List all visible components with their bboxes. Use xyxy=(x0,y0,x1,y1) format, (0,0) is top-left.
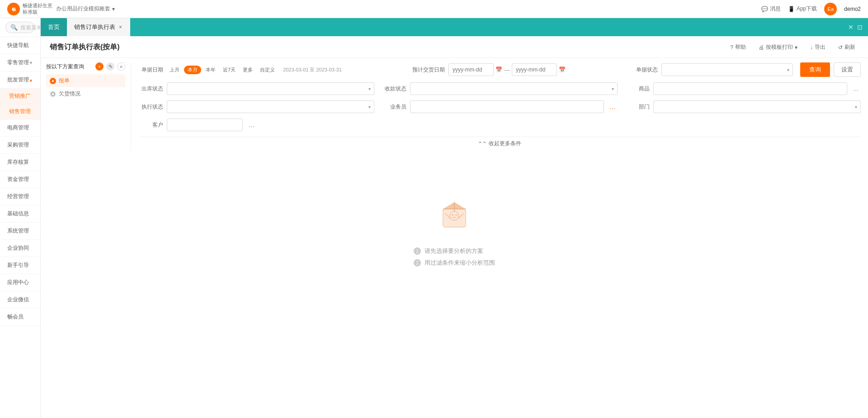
collapse-panel-button[interactable]: « xyxy=(117,62,125,71)
svg-text:畅: 畅 xyxy=(12,7,16,12)
out-status-select-wrap: ▾ xyxy=(167,82,374,95)
receipt-status-select-wrap: ▾ xyxy=(410,82,618,95)
exec-status-label: 执行状态 xyxy=(138,103,163,111)
doc-date-label: 单据日期 xyxy=(138,66,163,74)
sidebar-item-finance[interactable]: 资金管理 xyxy=(0,171,40,188)
filter-row-3: 执行状态 ▾ 业务员 xyxy=(138,100,861,113)
app-download-button[interactable]: 📱 App下载 xyxy=(788,5,817,13)
filter-dept: 部门 ▾ xyxy=(625,100,861,113)
doc-status-select[interactable] xyxy=(661,63,793,76)
tab-close-icon[interactable]: × xyxy=(118,23,123,31)
dept-select-wrap: ▾ xyxy=(653,100,861,113)
dept-select[interactable] xyxy=(653,100,861,113)
date-tab-this-year[interactable]: 本年 xyxy=(203,66,218,74)
date-tab-custom[interactable]: 自定义 xyxy=(257,66,278,74)
user-name[interactable]: demo2 xyxy=(844,6,861,12)
plan-icon-gray xyxy=(50,91,56,97)
sidebar-item-wechat[interactable]: 企业微信 xyxy=(0,291,40,309)
search-input[interactable] xyxy=(20,24,41,31)
svg-point-8 xyxy=(452,214,453,216)
empty-tip-2: 2 用过滤条件来缩小分析范围 xyxy=(414,259,495,267)
add-plan-button[interactable]: + xyxy=(95,62,104,71)
date-tab-last-month[interactable]: 上月 xyxy=(167,66,182,74)
filter-out-status: 出库状态 ▾ xyxy=(138,82,374,95)
sidebar-item-quick-nav[interactable]: 快捷导航 xyxy=(0,37,40,54)
breadcrumb[interactable]: 办公用品行业模拟账套 ▾ xyxy=(56,5,115,13)
edit-plan-button[interactable]: ✎ xyxy=(106,62,114,71)
date-tab-more[interactable]: 更多 xyxy=(240,66,255,74)
exec-status-select[interactable] xyxy=(167,100,374,113)
expected-date-end[interactable] xyxy=(512,63,557,76)
refresh-button[interactable]: ↺ 刷新 xyxy=(835,42,859,53)
logo-area: 畅 畅捷通好生意 标准版 xyxy=(7,3,52,15)
search-wrap[interactable]: 🔍 xyxy=(5,22,35,33)
customer-more-icon[interactable]: … xyxy=(246,121,256,128)
sidebar-item-collab[interactable]: 企业协同 xyxy=(0,240,40,257)
filter-area: 按以下方案查询 + ✎ « xyxy=(41,58,868,155)
sidebar-item-ecommerce[interactable]: 电商管理 xyxy=(0,119,40,137)
svg-point-9 xyxy=(456,214,457,216)
svg-point-2 xyxy=(51,92,55,96)
sidebar-item-inventory[interactable]: 库存核算 xyxy=(0,154,40,171)
out-status-select[interactable] xyxy=(167,82,374,95)
tab-sales-order[interactable]: 销售订单执行表 × xyxy=(67,18,130,36)
filter-product: 商品 … xyxy=(625,82,861,95)
out-status-label: 出库状态 xyxy=(138,85,163,93)
top-header: 畅 畅捷通好生意 标准版 办公用品行业模拟账套 ▾ 💬 消息 📱 App下载 E… xyxy=(0,0,868,18)
doc-date-range: 2023-03-01 至 2023-03-31 xyxy=(283,66,342,73)
sidebar: 🔍 快捷导航 零售管理 批发管理 营销推广 销售管理 电商管理 采购管理 xyxy=(0,18,41,418)
sidebar-item-sales-mgmt[interactable]: 销售管理 xyxy=(0,104,40,119)
customer-input[interactable] xyxy=(167,119,243,131)
export-button[interactable]: ↓ 导出 xyxy=(807,42,829,53)
print-button[interactable]: 🖨 按模板打印 ▾ xyxy=(755,42,801,53)
salesperson-more-icon[interactable]: … xyxy=(608,103,618,110)
tab-home[interactable]: 首页 xyxy=(41,18,67,36)
sidebar-item-system[interactable]: 系统管理 xyxy=(0,223,40,240)
product-input[interactable] xyxy=(653,82,847,95)
date-tab-7days[interactable]: 近7天 xyxy=(220,66,238,74)
help-button[interactable]: ? 帮助 xyxy=(726,42,750,53)
calendar-end-icon[interactable]: 📅 xyxy=(559,66,566,73)
collapse-icon: ⌃⌃ xyxy=(478,141,487,147)
sidebar-item-base-info[interactable]: 基础信息 xyxy=(0,205,40,223)
sidebar-item-retail[interactable]: 零售管理 xyxy=(0,54,40,71)
sidebar-item-newbie[interactable]: 新手引导 xyxy=(0,257,40,274)
sidebar-item-marketing[interactable]: 营销推广 xyxy=(0,89,40,104)
receipt-status-select[interactable] xyxy=(410,82,618,95)
avatar[interactable]: Ea xyxy=(824,3,837,15)
doc-status-select-wrap: ▾ xyxy=(661,63,793,76)
customer-label: 客户 xyxy=(138,121,163,129)
sidebar-item-operations[interactable]: 经营管理 xyxy=(0,188,40,205)
settings-button[interactable]: 设置 xyxy=(834,62,861,77)
restore-window-icon[interactable]: ⊡ xyxy=(857,24,863,31)
sidebar-item-vip[interactable]: 畅会员 xyxy=(0,309,40,326)
calendar-start-icon[interactable]: 📅 xyxy=(495,66,502,73)
sidebar-item-wholesale[interactable]: 批发管理 xyxy=(0,71,40,89)
salesperson-input[interactable] xyxy=(410,100,604,113)
date-tab-this-month[interactable]: 本月 xyxy=(184,66,201,74)
plan-item-by-order[interactable]: ● 按单 xyxy=(46,74,125,87)
query-button[interactable]: 查询 xyxy=(800,62,830,77)
plan-icon-orange: ● xyxy=(50,78,56,84)
expected-date-start[interactable] xyxy=(448,63,494,76)
search-icon: 🔍 xyxy=(10,24,18,31)
close-tab-icon[interactable]: ✕ xyxy=(848,24,854,31)
empty-illustration xyxy=(432,191,477,236)
sidebar-item-app-center[interactable]: 应用中心 xyxy=(0,274,40,291)
sales-order-tab-label: 销售订单执行表 xyxy=(74,23,115,31)
sidebar-item-purchase[interactable]: 采购管理 xyxy=(0,137,40,154)
doc-status-label: 单据状态 xyxy=(633,66,658,74)
home-tab-label: 首页 xyxy=(48,23,60,31)
logo-icon: 畅 xyxy=(7,3,20,15)
collapse-filters-button[interactable]: ⌃⌃ 收起更多条件 xyxy=(138,137,861,150)
export-icon: ↓ xyxy=(810,44,813,51)
filter-right-panel: 单据日期 上月 本月 本年 近7天 更多 自定义 xyxy=(131,62,868,150)
plan-item-shortage[interactable]: 欠货情况 xyxy=(46,87,125,100)
page-content: 销售订单执行表(按单) ? 帮助 🖨 按模板打印 ▾ ↓ xyxy=(41,36,868,418)
action-buttons: 查询 设置 xyxy=(800,62,861,77)
product-more-icon[interactable]: … xyxy=(851,85,861,92)
product-label: 商品 xyxy=(625,85,650,93)
filter-exec-status: 执行状态 ▾ xyxy=(138,100,374,113)
message-button[interactable]: 💬 消息 xyxy=(761,5,781,13)
content-area: 首页 销售订单执行表 × ✕ ⊡ 销售订单执行表(按单) ? xyxy=(41,18,868,418)
